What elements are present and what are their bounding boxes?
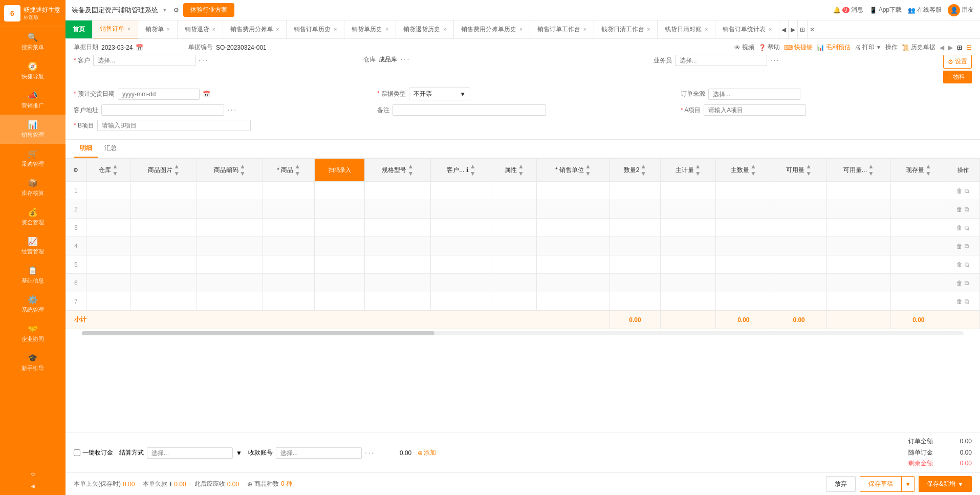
add-item-float-btn[interactable]: + 物料 (943, 71, 972, 83)
row1-attribute[interactable] (492, 182, 537, 200)
row2-spec[interactable] (365, 200, 431, 219)
th-customer-code[interactable]: 客户... ℹ▲▼ (431, 159, 492, 182)
print-btn[interactable]: 🖨 打印 ▼ (855, 43, 881, 52)
sidebar-item-operations[interactable]: 📈 经营管理 (0, 231, 66, 261)
th-attribute[interactable]: 属性▲▼ (492, 159, 537, 182)
row5-copy-icon[interactable]: ⧉ (965, 261, 969, 268)
tab-sales-stats[interactable]: 销售订单统计表 × (715, 20, 779, 39)
payment-method-select[interactable] (147, 447, 233, 459)
app-download-item[interactable]: 📱 App下载 (869, 6, 902, 14)
row7-copy-icon[interactable]: ⧉ (965, 298, 969, 305)
th-main-qty[interactable]: 主数量▲▼ (716, 159, 771, 182)
tab-close-sales-cost[interactable]: × (276, 27, 279, 32)
tab-close-all[interactable]: ✕ (808, 20, 817, 39)
nav-prev-icon[interactable]: ◀ (940, 44, 944, 51)
b-project-input[interactable] (97, 120, 251, 131)
row3-copy-icon[interactable]: ⧉ (965, 224, 969, 231)
settings-icon[interactable]: ⚙ (173, 7, 179, 14)
tab-sales-return[interactable]: 销货退货 × (178, 20, 223, 39)
profit-btn[interactable]: 📊 毛利预估 (817, 43, 851, 52)
tab-close-sales-order-history[interactable]: × (334, 27, 337, 32)
tab-sales-workbench[interactable]: 销售订单工作台 × (530, 20, 594, 39)
th-sales-unit[interactable]: * 销售单位▲▼ (537, 159, 610, 182)
save-new-btn[interactable]: 保存&新增 ▼ (919, 476, 972, 492)
th-stock[interactable]: 现存量▲▼ (891, 159, 946, 182)
row2-attribute[interactable] (492, 200, 537, 219)
industry-btn[interactable]: 体验行业方案 (183, 3, 234, 17)
settings-float-btn[interactable]: ⚙ 设置 (943, 55, 972, 69)
th-available2[interactable]: 可用量...▲▼ (826, 159, 890, 182)
tab-home[interactable]: 首页 (66, 20, 93, 39)
row3-warehouse[interactable] (86, 219, 131, 237)
dropdown-arrow[interactable]: ▼ (162, 7, 167, 13)
horizontal-scrollbar[interactable] (82, 331, 964, 335)
row1-copy-icon[interactable]: ⧉ (965, 187, 969, 195)
add-payment-btn[interactable]: ⊕ 添加 (418, 448, 436, 457)
row1-stock[interactable] (891, 182, 946, 200)
row3-delete-icon[interactable]: 🗑 (956, 224, 963, 231)
sidebar-settings[interactable]: ⚙ (29, 469, 37, 479)
th-product[interactable]: * 商品▲▼ (263, 159, 314, 182)
calendar2-icon[interactable]: 📅 (203, 91, 210, 98)
row2-sales-unit[interactable] (537, 200, 610, 219)
th-available[interactable]: 可用量▲▼ (771, 159, 826, 182)
tab-sales-order-history[interactable]: 销售订单历史 × (287, 20, 344, 39)
sidebar-item-guide[interactable]: 🎓 新手引导 (0, 348, 66, 377)
tab-close-sales-order[interactable]: × (127, 26, 130, 32)
row5-delete-icon[interactable]: 🗑 (956, 261, 963, 268)
tab-nav-next[interactable]: ▶ (789, 20, 798, 39)
tab-close-sales-cost-history[interactable]: × (519, 27, 522, 32)
tab-sales-goods[interactable]: 销货单 × (138, 20, 178, 39)
row2-product-img[interactable] (131, 200, 197, 219)
row1-customer-code[interactable] (431, 182, 492, 200)
row1-qty2[interactable] (609, 182, 660, 200)
warehouse-dots[interactable]: ··· (400, 55, 410, 64)
tab-close-sales-stats[interactable]: × (769, 27, 772, 32)
save-draft-dropdown[interactable]: ▼ (902, 476, 914, 492)
payment-method-chevron[interactable]: ▼ (236, 449, 242, 457)
row6-copy-icon[interactable]: ⧉ (965, 279, 969, 287)
shortcut-btn[interactable]: ⌨ 快捷键 (784, 43, 813, 52)
sidebar-item-sales[interactable]: 📊 销售管理 (0, 115, 66, 144)
tab-sales-cost[interactable]: 销售费用分摊单 × (223, 20, 287, 39)
tab-close-sales-return[interactable]: × (212, 27, 215, 32)
nav-next-icon[interactable]: ▶ (948, 44, 953, 51)
row1-product-code[interactable] (197, 182, 263, 200)
detail-tab-detail[interactable]: 明细 (74, 140, 98, 158)
th-main-unit[interactable]: 主计量▲▼ (660, 159, 715, 182)
account-input[interactable] (276, 447, 362, 459)
help-btn[interactable]: ❓ 帮助 (758, 43, 780, 52)
row7-delete-icon[interactable]: 🗑 (956, 298, 963, 305)
row1-main-unit[interactable] (660, 182, 715, 200)
tab-cash-daily-reconcile[interactable]: 钱货日清对账 × (658, 20, 715, 39)
row2-main-unit[interactable] (660, 200, 715, 219)
row1-sales-unit[interactable] (537, 182, 610, 200)
view-btn[interactable]: 👁 视频 (734, 43, 754, 52)
th-spec[interactable]: 规格型号▲▼ (365, 159, 431, 182)
customer-address-input[interactable] (101, 104, 224, 116)
th-product-img[interactable]: 商品图片▲▼ (131, 159, 197, 182)
sidebar-item-basic-info[interactable]: 📋 基础信息 (0, 261, 66, 290)
row2-stock[interactable] (891, 200, 946, 219)
account-dots[interactable]: ··· (365, 448, 375, 458)
th-warehouse[interactable]: 仓库▲▼ (86, 159, 131, 182)
remark-input[interactable] (393, 104, 546, 116)
a-project-input[interactable] (704, 104, 806, 116)
order-source-input[interactable] (708, 89, 800, 100)
row1-warehouse[interactable] (86, 182, 131, 200)
tab-nav-prev[interactable]: ◀ (779, 20, 789, 39)
tab-close-cash-daily-reconcile[interactable]: × (705, 27, 708, 32)
print-dropdown-icon[interactable]: ▼ (876, 45, 881, 50)
th-settings[interactable]: ⚙ (66, 159, 86, 182)
salesperson-dots[interactable]: ··· (770, 56, 780, 65)
tab-close-sales-goods-history[interactable]: × (385, 27, 388, 32)
row2-main-qty[interactable] (716, 200, 771, 219)
scroll-thumb[interactable] (82, 331, 434, 335)
tab-sales-cost-history[interactable]: 销售费用分摊单历史 × (454, 20, 530, 39)
sidebar-item-system[interactable]: ⚙️ 系统管理 (0, 290, 66, 319)
sidebar-item-quick-nav[interactable]: 🧭 快捷导航 (0, 56, 66, 85)
notification-item[interactable]: 🔔 9 消息 (833, 6, 863, 14)
row6-delete-icon[interactable]: 🗑 (956, 279, 963, 287)
sidebar-item-marketing[interactable]: 📣 营销推广 (0, 85, 66, 115)
sidebar-item-search[interactable]: 🔍 搜索菜单 (0, 27, 66, 56)
